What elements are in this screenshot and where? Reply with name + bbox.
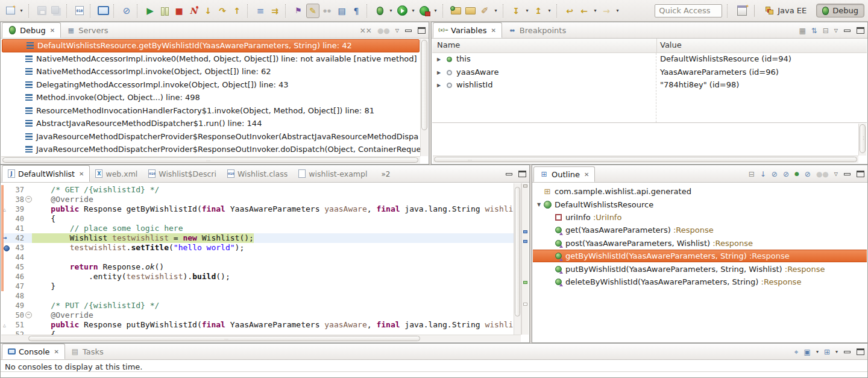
code-line[interactable]: 49 /* PUT /{wishlistId} */ [1, 301, 521, 310]
run-menu-button[interactable]: ▾ [410, 4, 417, 18]
instruction-pointer-marker[interactable] [1, 233, 10, 243]
remote-console-button[interactable] [96, 4, 110, 18]
stack-frame[interactable]: NativeMethodAccessorImpl.invoke(Object, … [1, 65, 420, 78]
close-tab-icon[interactable]: ✕ [50, 27, 55, 34]
outline-tab-outline[interactable]: Outline✕ [533, 166, 595, 182]
resume-button[interactable]: ▶ [143, 4, 157, 18]
editor-tab-wishlist-exampl[interactable]: wishlist-exampl [293, 165, 373, 182]
save-all-button[interactable] [49, 4, 63, 18]
gutter-marker-column[interactable] [1, 185, 10, 195]
scrollbar-thumb[interactable]: ⋯ [28, 336, 420, 341]
code-editor[interactable]: 37 /* GET /{wishlistId} */38 @Override39… [1, 183, 521, 335]
code-line[interactable]: 45 return Response.ok() [1, 262, 521, 272]
save-button[interactable] [35, 4, 48, 18]
hide-fields-icon[interactable]: ⊘ [772, 171, 778, 178]
outline-item[interactable]: getByWishlistId(YaasAwareParameters, Str… [533, 250, 867, 262]
step-into-button[interactable]: ↓ [201, 4, 215, 18]
close-tab-icon[interactable]: ✕ [54, 348, 59, 355]
minimize-button[interactable] [843, 27, 851, 34]
outline-tree[interactable]: com.sample.wishlist.api.generated▼Defaul… [533, 185, 867, 342]
console-tab-console[interactable]: Console✕ [2, 344, 65, 359]
previous-annotation-button[interactable]: ↥ [532, 4, 545, 18]
expand-icon[interactable]: ▼ [535, 202, 542, 207]
console-tab-tasks[interactable]: Tasks [65, 344, 109, 359]
code-line[interactable]: 48 [1, 291, 521, 301]
code-line[interactable]: 41 // place some logic here [1, 224, 521, 233]
gutter-marker-column[interactable] [1, 310, 10, 320]
show-logical-structure-icon[interactable]: ⇅ [811, 27, 817, 34]
view-menu-icon[interactable]: ▽ [834, 171, 838, 177]
javadoc-button[interactable]: ▤ [335, 4, 348, 18]
editor-tab-wishlist-descri[interactable]: 010Wishlist$Descri [143, 165, 222, 182]
new-wizard-menu-button[interactable]: ▾ [18, 4, 25, 18]
hide-local-types-icon[interactable]: ⊘ [805, 171, 811, 178]
debug-stack-frames[interactable]: DefaultWishlistsResource.getByWishlistId… [1, 39, 420, 157]
open-console-icon[interactable]: ⊞ [824, 348, 830, 356]
maximize-button[interactable] [418, 27, 426, 34]
minimize-button[interactable] [843, 171, 851, 177]
stack-frame[interactable]: DefaultWishlistsResource.getByWishlistId… [2, 39, 420, 52]
variables-table[interactable]: ▶thisDefaultWishlistsResource (id=94)▶ya… [432, 53, 867, 95]
gutter-marker-column[interactable] [1, 253, 10, 262]
close-tab-icon[interactable]: ✕ [584, 171, 589, 178]
disconnect-button[interactable]: N [187, 4, 200, 18]
column-resize-handle[interactable] [656, 39, 657, 52]
gutter-marker-column[interactable] [1, 272, 10, 282]
variable-row[interactable]: ▶thisDefaultWishlistsResource (id=94) [432, 53, 867, 66]
skip-all-breakpoints-button[interactable]: ⊘ [120, 4, 133, 18]
perspective-javaee-button[interactable]: Java EE [760, 4, 813, 17]
stack-frame[interactable]: JavaResourceMethodDispatcherProvider$Res… [1, 143, 420, 156]
java-flag-button[interactable]: ⚑ [292, 4, 305, 18]
code-line[interactable]: 50 @Override [1, 310, 521, 320]
detail-horizontal-scrollbar[interactable]: ⋯ [433, 156, 858, 163]
expand-icon[interactable]: ▶ [437, 70, 441, 75]
outline-item[interactable]: putByWishlistId(YaasAwareParameters, Str… [533, 262, 867, 275]
ruler-breakpoint-mark[interactable] [523, 240, 527, 243]
gutter-marker-column[interactable] [1, 214, 10, 224]
ruler-breakpoint-mark[interactable] [523, 230, 527, 233]
sash[interactable] [429, 22, 431, 165]
minimize-button[interactable] [843, 348, 851, 355]
stack-frame[interactable]: JavaResourceMethodDispatcherProvider$Res… [1, 130, 420, 143]
step-filters-button[interactable]: ⇉ [268, 4, 281, 18]
minimize-button[interactable] [404, 27, 412, 34]
view-menu-icon[interactable]: ▽ [395, 28, 399, 33]
step-over-button[interactable]: ↷ [216, 4, 229, 18]
stack-frame[interactable]: ResourceMethodInvocationHandlerFactory$1… [1, 104, 420, 118]
override-marker[interactable] [1, 204, 10, 214]
debug-extras-icon[interactable]: ●● [377, 27, 390, 34]
editor-tab-web-xml[interactable]: Xweb.xml [90, 165, 143, 182]
stack-frame[interactable]: AbstractJavaResourceMethodDispatcher$1.r… [1, 117, 420, 130]
new-wizard-button[interactable] [4, 4, 17, 18]
debug-tab-servers[interactable]: Servers [61, 22, 113, 38]
gutter-marker-column[interactable] [1, 291, 10, 301]
open-folder-button[interactable] [464, 4, 477, 18]
variables-tab-breakpoints[interactable]: Breakpoints [502, 22, 571, 38]
variable-detail-pane[interactable]: ⋮ ⋯ [432, 122, 867, 163]
stack-frame[interactable]: DelegatingMethodAccessorImpl.invoke(Obje… [1, 78, 420, 92]
scrollbar-thumb[interactable] [515, 187, 520, 317]
code-line[interactable]: 47 } [1, 282, 521, 291]
code-line[interactable]: 38 @Override [1, 195, 521, 204]
debug-menu-button[interactable]: ▾ [388, 4, 394, 18]
pin-console-icon[interactable]: ⌖ [794, 348, 799, 356]
column-header-name[interactable]: Name [437, 40, 460, 49]
code-line[interactable]: 46 .entity(testwishlist).build(); [1, 272, 521, 282]
ruler-occurrence-mark[interactable] [523, 281, 527, 284]
mark-occurrences-button[interactable]: ✎ [306, 4, 319, 18]
next-annotation-button[interactable]: ↧ [509, 4, 523, 18]
expand-icon[interactable]: ▶ [437, 57, 441, 62]
gutter-marker-column[interactable] [1, 262, 10, 272]
editor-horizontal-scrollbar[interactable]: ⋯ [1, 335, 521, 342]
collapse-all-icon[interactable]: ⊟ [823, 27, 829, 34]
display-console-menu-icon[interactable]: ▾ [816, 349, 819, 354]
sash[interactable] [530, 165, 532, 343]
outline-extras-icon[interactable]: ●● [816, 171, 829, 178]
close-tab-icon[interactable]: ✕ [79, 171, 84, 177]
view-menu-icon[interactable]: ▽ [834, 28, 838, 33]
scrollbar-thumb[interactable]: ⋯ [434, 157, 857, 162]
remove-all-terminated-icon[interactable]: ✕✕ [360, 27, 372, 34]
open-console-menu-icon[interactable]: ▾ [835, 349, 838, 354]
scrollbar-thumb[interactable]: ⋯ [2, 157, 418, 163]
open-task-button[interactable] [449, 4, 462, 18]
